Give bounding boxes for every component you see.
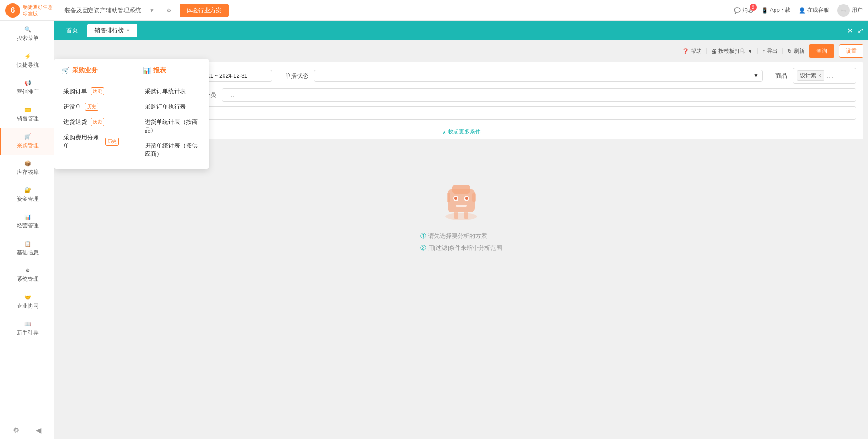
sidebar-label-ops: 经营管理	[17, 222, 39, 230]
tab-window-expand-icon[interactable]: ⤢	[858, 26, 863, 35]
print-icon: 🖨	[711, 48, 717, 54]
help-icon: ❓	[682, 48, 689, 54]
message-btn[interactable]: 💬 消息 9	[734, 6, 753, 14]
topbar: 6 畅捷通好生意 标准版 装备及固定资产辅助管理系统 ▼ ⚙ 体验行业方案 💬 …	[0, 0, 868, 21]
tab-window-close-icon[interactable]: ✕	[847, 26, 853, 35]
app-download-btn[interactable]: 📱 App下载	[761, 6, 790, 14]
purchase-col-title: 🛒 采购业务	[62, 66, 121, 78]
dropdown-item-purchase-return[interactable]: 进货退货 历史	[62, 114, 121, 130]
divider1	[706, 48, 707, 54]
sidebar-item-ops[interactable]: 📊 经营管理	[0, 208, 54, 235]
tab-home[interactable]: 首页	[59, 24, 85, 37]
tab-bar-right: ✕ ⤢	[847, 26, 863, 35]
stock-icon: 📦	[24, 160, 31, 167]
goods-label: 商品	[775, 72, 787, 80]
dropdown-divider	[132, 66, 132, 162]
user-btn[interactable]: Ea 用户	[837, 4, 863, 17]
expand-button[interactable]: ▼	[146, 5, 158, 15]
sidebar-item-market[interactable]: 📢 营销推广	[0, 74, 54, 101]
collapse-label: 收起更多条件	[448, 128, 481, 136]
system-name: 装备及固定资产辅助管理系统	[64, 6, 141, 15]
svg-rect-11	[464, 212, 468, 219]
sidebar-item-finance[interactable]: 🔐 资金管理	[0, 182, 54, 208]
content-area: 首页 销售排行榜 × ✕ ⤢ ❓ 帮助 🖨 按模板	[54, 21, 868, 439]
base-icon: 📋	[24, 241, 31, 247]
user-label: 用户	[852, 6, 863, 14]
salesman-dots[interactable]: …	[228, 91, 235, 99]
settings-button[interactable]: ⚙	[163, 5, 175, 15]
sidebar-label-finance: 资金管理	[17, 195, 39, 203]
purchase-col-icon: 🛒	[62, 67, 69, 74]
dropdown-item-report-order-exec[interactable]: 采购订单执行表	[143, 99, 202, 114]
sidebar-label-market: 营销推广	[17, 88, 39, 96]
empty-tip-1: ① 请先选择要分析的方案	[420, 230, 502, 242]
sidebar-item-system[interactable]: ⚙ 系统管理	[0, 262, 54, 289]
refresh-btn[interactable]: ↻ 刷新	[787, 47, 805, 55]
app-icon: 📱	[761, 7, 768, 14]
main-layout: 🔍 搜索菜单 ⚡ 快捷导航 📢 营销推广 💳 销售管理 🛒 采购管理 📦 库存核…	[0, 21, 868, 439]
sidebar: 🔍 搜索菜单 ⚡ 快捷导航 📢 营销推广 💳 销售管理 🛒 采购管理 📦 库存核…	[0, 21, 54, 439]
topbar-right: 💬 消息 9 📱 App下载 👤 在线客服 Ea 用户	[734, 4, 863, 17]
print-btn[interactable]: 🖨 按模板打印 ▼	[711, 47, 753, 55]
dropdown-item-purchase-cost[interactable]: 采购费用分摊单 历史	[62, 130, 121, 153]
divider2	[757, 48, 758, 54]
sidebar-item-sale[interactable]: 💳 销售管理	[0, 101, 54, 128]
settings-btn[interactable]: 设置	[839, 44, 863, 58]
sidebar-item-search[interactable]: 🔍 搜索菜单	[0, 21, 54, 48]
query-btn[interactable]: 查询	[809, 44, 834, 58]
report-col: 📊 报表 采购订单统计表 采购订单执行表 进货单统计表（按商品）	[143, 66, 202, 162]
sidebar-settings-btn[interactable]: ⚙	[13, 426, 19, 434]
topbar-left: 6 畅捷通好生意 标准版 装备及固定资产辅助管理系统 ▼ ⚙ 体验行业方案	[5, 3, 229, 18]
sidebar-label-base: 基础信息	[17, 249, 39, 256]
collapse-up-icon: ∧	[442, 129, 446, 135]
industry-btn[interactable]: 体验行业方案	[180, 4, 229, 17]
svg-point-6	[465, 197, 468, 200]
online-service-btn[interactable]: 👤 在线客服	[799, 6, 829, 14]
sidebar-item-base[interactable]: 📋 基础信息	[0, 235, 54, 262]
svg-point-5	[454, 197, 457, 200]
print-dropdown-icon: ▼	[747, 48, 753, 54]
app-download-label: App下载	[770, 6, 790, 14]
help-btn[interactable]: ❓ 帮助	[682, 47, 702, 55]
online-service-label: 在线客服	[807, 6, 829, 14]
sidebar-label-nav: 快捷导航	[17, 61, 39, 69]
svg-rect-8	[447, 193, 450, 202]
dropdown-item-purchase-in[interactable]: 进货单 历史	[62, 99, 121, 114]
tab-home-label: 首页	[66, 26, 78, 35]
voucher-status-label: 单据状态	[285, 72, 308, 80]
guide-icon: 📖	[24, 321, 31, 327]
ops-icon: 📊	[24, 214, 31, 220]
sidebar-label-system: 系统管理	[17, 276, 39, 283]
goods-tag-remove[interactable]: ×	[818, 73, 821, 79]
refresh-icon: ↻	[787, 48, 792, 54]
dropdown-item-report-in-supplier[interactable]: 进货单统计表（按供应商）	[143, 138, 202, 162]
purchase-icon: 🛒	[24, 133, 31, 140]
export-icon: ↑	[762, 48, 765, 54]
sidebar-collapse-btn[interactable]: ◀	[36, 426, 41, 434]
sidebar-item-nav[interactable]: ⚡ 快捷导航	[0, 48, 54, 74]
corp-icon: 🤝	[24, 294, 31, 301]
sidebar-label-purchase: 采购管理	[17, 142, 39, 149]
search-icon: 🔍	[24, 26, 31, 33]
sidebar-item-purchase[interactable]: 🛒 采购管理	[0, 128, 54, 155]
export-btn[interactable]: ↑ 导出	[762, 47, 778, 55]
tab-close-icon[interactable]: ×	[127, 27, 130, 34]
goods-dots[interactable]: …	[826, 72, 834, 80]
svg-rect-10	[454, 212, 458, 219]
voucher-status-input[interactable]: ▼	[314, 70, 763, 82]
dropdown-item-report-order-stat[interactable]: 采购订单统计表	[143, 84, 202, 99]
goods-input[interactable]: 设计素 × …	[793, 68, 856, 84]
logo-text: 畅捷通好生意 标准版	[23, 4, 53, 17]
dropdown-item-purchase-order[interactable]: 采购订单 历史	[62, 84, 121, 99]
sidebar-item-corp[interactable]: 🤝 企业协同	[0, 289, 54, 316]
svg-rect-7	[456, 205, 467, 207]
salesman-input[interactable]: …	[222, 88, 856, 102]
sidebar-item-stock[interactable]: 📦 库存核算	[0, 155, 54, 182]
tab-sales-rank[interactable]: 销售排行榜 ×	[87, 24, 137, 37]
dropdown-item-report-in-goods[interactable]: 进货单统计表（按商品）	[143, 114, 202, 138]
page-content: ❓ 帮助 🖨 按模板打印 ▼ ↑ 导出 ↻ 刷新	[54, 40, 868, 439]
sidebar-label-sale: 销售管理	[17, 115, 39, 123]
filter-actions: ❓ 帮助 🖨 按模板打印 ▼ ↑ 导出 ↻ 刷新	[59, 44, 863, 58]
empty-illustration	[434, 176, 488, 221]
sidebar-item-guide[interactable]: 📖 新手引导	[0, 316, 54, 342]
